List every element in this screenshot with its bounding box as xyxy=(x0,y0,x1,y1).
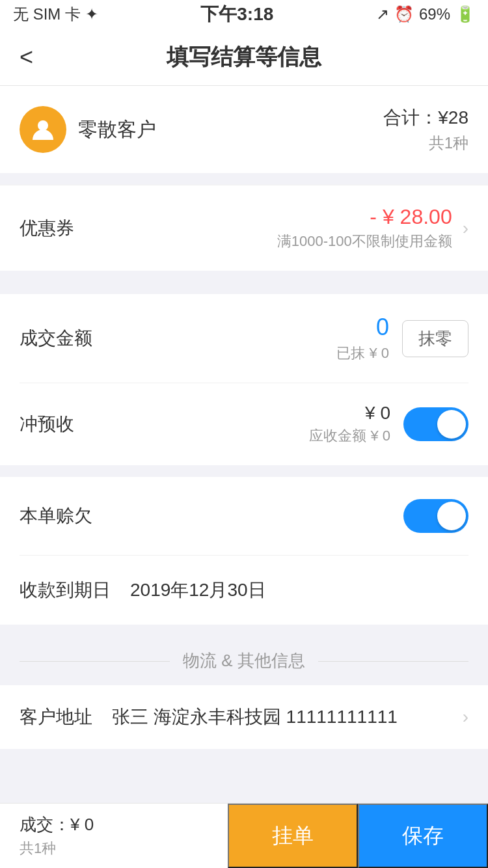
transaction-value[interactable]: 0 xyxy=(336,314,389,341)
bottom-info: 成交：¥ 0 共1种 xyxy=(0,804,228,868)
location-icon: ↗ xyxy=(376,5,389,23)
customer-row: 零散客户 合计：¥28 共1种 xyxy=(0,86,488,173)
credit-row: 本单赊欠 xyxy=(20,477,468,555)
address-value: 张三 海淀永丰科技园 11111111111 xyxy=(112,705,463,729)
credit-toggle-knob xyxy=(437,502,466,530)
prepaid-value-block: ¥ 0 应收金额 ¥ 0 xyxy=(309,403,390,446)
bottom-transaction: 成交：¥ 0 xyxy=(20,813,208,836)
customer-name: 零散客户 xyxy=(78,116,156,143)
credit-section: 本单赊欠 收款到期日 2019年12月30日 xyxy=(0,477,488,625)
nav-bar: < 填写结算等信息 xyxy=(0,29,488,86)
logistics-label: 物流 & 其他信息 xyxy=(170,649,318,672)
coupon-right: - ¥ 28.00 满1000-100不限制使用金额 › xyxy=(277,205,468,251)
transaction-sub: 已抹 ¥ 0 xyxy=(336,344,389,363)
date-label: 收款到期日 xyxy=(20,578,111,603)
avatar xyxy=(20,106,66,153)
credit-label: 本单赊欠 xyxy=(20,504,92,528)
prepaid-right: ¥ 0 应收金额 ¥ 0 xyxy=(309,403,468,446)
coupon-value-block: - ¥ 28.00 满1000-100不限制使用金额 xyxy=(277,205,452,251)
customer-left: 零散客户 xyxy=(20,106,156,153)
coupon-label: 优惠券 xyxy=(20,216,74,241)
alarm-icon: ⏰ xyxy=(394,5,414,23)
bottom-count: 共1种 xyxy=(20,839,208,858)
round-button[interactable]: 抹零 xyxy=(402,320,468,357)
signal-text: 无 SIM 卡 ✦ xyxy=(13,4,98,25)
transaction-label: 成交金额 xyxy=(20,326,92,351)
coupon-desc: 满1000-100不限制使用金额 xyxy=(277,232,452,251)
customer-count: 共1种 xyxy=(383,133,468,154)
coupon-section[interactable]: 优惠券 - ¥ 28.00 满1000-100不限制使用金额 › xyxy=(0,185,488,271)
address-chevron-icon: › xyxy=(463,707,468,727)
prepaid-toggle[interactable] xyxy=(403,407,468,441)
prepaid-sub: 应收金额 ¥ 0 xyxy=(309,426,390,446)
date-value[interactable]: 2019年12月30日 xyxy=(130,578,266,603)
customer-total: 合计：¥28 xyxy=(383,105,468,130)
transaction-section: 成交金额 0 已抹 ¥ 0 抹零 冲预收 ¥ 0 应收金额 ¥ 0 xyxy=(0,294,488,465)
chevron-right-icon: › xyxy=(463,218,468,239)
battery-icon: 🔋 xyxy=(455,5,475,23)
customer-section: 零散客户 合计：¥28 共1种 xyxy=(0,86,488,173)
status-right: ↗ ⏰ 69% 🔋 xyxy=(376,5,475,23)
prepaid-row: 冲预收 ¥ 0 应收金额 ¥ 0 xyxy=(20,383,468,465)
divider-2 xyxy=(0,465,488,477)
status-left: 无 SIM 卡 ✦ xyxy=(13,4,98,25)
svg-point-0 xyxy=(38,120,48,131)
page-title: 填写结算等信息 xyxy=(167,42,321,72)
credit-toggle[interactable] xyxy=(403,499,468,533)
prepaid-main: ¥ 0 xyxy=(309,403,390,424)
battery-text: 69% xyxy=(419,5,450,23)
pending-button[interactable]: 挂单 xyxy=(228,804,358,868)
logistics-divider: 物流 & 其他信息 xyxy=(0,636,488,685)
address-label: 客户地址 xyxy=(20,705,92,729)
save-button[interactable]: 保存 xyxy=(358,804,488,868)
divider-1 xyxy=(0,282,488,294)
prepaid-label: 冲预收 xyxy=(20,412,74,437)
date-row: 收款到期日 2019年12月30日 xyxy=(20,555,468,625)
toggle-knob xyxy=(437,410,466,439)
bottom-bar: 成交：¥ 0 共1种 挂单 保存 xyxy=(0,803,488,868)
coupon-row[interactable]: 优惠券 - ¥ 28.00 满1000-100不限制使用金额 › xyxy=(0,185,488,271)
customer-summary: 合计：¥28 共1种 xyxy=(383,105,468,154)
transaction-prefix: 成交： xyxy=(20,815,70,834)
transaction-row: 成交金额 0 已抹 ¥ 0 抹零 xyxy=(20,294,468,383)
coupon-amount: - ¥ 28.00 xyxy=(277,205,452,229)
address-section[interactable]: 客户地址 张三 海淀永丰科技园 11111111111 › xyxy=(0,685,488,749)
status-bar: 无 SIM 卡 ✦ 下午3:18 ↗ ⏰ 69% 🔋 xyxy=(0,0,488,29)
amount-input-area: 0 已抹 ¥ 0 xyxy=(336,314,389,363)
transaction-right: 0 已抹 ¥ 0 抹零 xyxy=(336,314,468,363)
back-button[interactable]: < xyxy=(20,44,33,71)
transaction-amount: ¥ 0 xyxy=(70,815,94,834)
address-row[interactable]: 客户地址 张三 海淀永丰科技园 11111111111 › xyxy=(0,685,488,749)
status-time: 下午3:18 xyxy=(200,2,273,27)
